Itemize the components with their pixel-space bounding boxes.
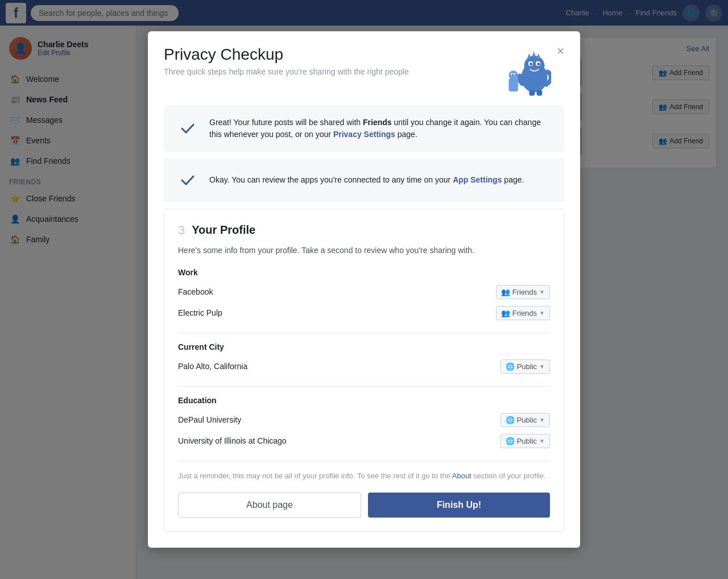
checkmark-icon-2: [177, 170, 198, 191]
modal-overlay: Privacy Checkup Three quick steps help m…: [0, 0, 728, 579]
svg-point-5: [537, 63, 540, 65]
globe-icon: 🌐: [506, 362, 515, 371]
svg-rect-17: [537, 90, 543, 96]
svg-point-4: [530, 63, 532, 65]
about-link[interactable]: About: [452, 472, 471, 480]
work-item-name: Electric Pulp: [178, 308, 222, 317]
chevron-down-icon: ▼: [539, 363, 545, 370]
city-label: Current City: [178, 342, 550, 351]
privacy-checkup-modal: Privacy Checkup Three quick steps help m…: [148, 31, 580, 548]
friends-icon: 👥: [501, 309, 510, 317]
check-section-posts: Great! Your future posts will be shared …: [164, 105, 564, 152]
divider: [178, 386, 550, 387]
about-page-button[interactable]: About page: [178, 493, 361, 518]
city-item-name: Palo Alto, California: [178, 362, 247, 371]
modal-subtitle: Three quick steps help make sure you're …: [164, 67, 494, 76]
table-row: Facebook 👥 Friends ▼: [178, 282, 550, 303]
svg-marker-6: [527, 53, 531, 57]
reminder-text: Just a reminder, this may not be all of …: [178, 470, 550, 482]
modal-close-button[interactable]: ×: [557, 45, 564, 57]
table-row: DePaul University 🌐 Public ▼: [178, 410, 550, 431]
svg-rect-10: [509, 78, 518, 92]
modal-footer: About page Finish Up!: [178, 493, 550, 518]
svg-point-1: [524, 56, 545, 76]
privacy-dropdown-depaul[interactable]: 🌐 Public ▼: [500, 413, 550, 427]
friends-icon: 👥: [501, 288, 510, 296]
svg-rect-16: [530, 90, 535, 96]
table-row: Electric Pulp 👥 Friends ▼: [178, 303, 550, 324]
step-number: 3: [178, 223, 185, 238]
finish-up-button[interactable]: Finish Up!: [368, 493, 550, 518]
profile-section-title: Your Profile: [192, 224, 255, 237]
step-header: 3 Your Profile: [178, 223, 550, 238]
city-category: Current City Palo Alto, California 🌐 Pub…: [178, 342, 550, 377]
chevron-down-icon: ▼: [539, 438, 545, 444]
modal-body: Great! Your future posts will be shared …: [148, 96, 580, 548]
privacy-settings-link[interactable]: Privacy Settings: [333, 130, 395, 139]
svg-point-14: [512, 74, 513, 75]
app-settings-link[interactable]: App Settings: [453, 175, 502, 184]
modal-header: Privacy Checkup Three quick steps help m…: [148, 31, 580, 96]
work-label: Work: [178, 268, 550, 277]
check-text-apps: Okay. You can review the apps you're con…: [209, 174, 524, 186]
modal-title-area: Privacy Checkup Three quick steps help m…: [164, 45, 494, 77]
check-text-posts: Great! Your future posts will be shared …: [209, 117, 551, 140]
divider: [178, 461, 550, 461]
chevron-down-icon: ▼: [539, 417, 545, 423]
mascot-image: [494, 45, 551, 96]
check-section-apps: Okay. You can review the apps you're con…: [164, 159, 564, 202]
checkmark-icon-1: [177, 118, 198, 139]
profile-section: 3 Your Profile Here's some info from you…: [164, 209, 564, 532]
divider: [178, 333, 550, 333]
chevron-down-icon: ▼: [539, 289, 545, 295]
svg-marker-7: [532, 51, 536, 56]
modal-title: Privacy Checkup: [164, 45, 494, 64]
chevron-down-icon: ▼: [539, 310, 545, 316]
table-row: University of Illinois at Chicago 🌐 Publ…: [178, 431, 550, 452]
work-category: Work Facebook 👥 Friends ▼ Electric Pulp …: [178, 268, 550, 324]
globe-icon: 🌐: [506, 416, 515, 424]
table-row: Palo Alto, California 🌐 Public ▼: [178, 356, 550, 377]
work-item-name: Facebook: [178, 287, 213, 296]
education-item-name: DePaul University: [178, 415, 241, 424]
privacy-dropdown-uic[interactable]: 🌐 Public ▼: [500, 434, 550, 448]
svg-point-15: [515, 74, 516, 75]
friends-bold: Friends: [363, 118, 392, 127]
privacy-dropdown-city[interactable]: 🌐 Public ▼: [500, 359, 550, 374]
privacy-dropdown-electricpulp[interactable]: 👥 Friends ▼: [496, 306, 550, 320]
profile-description: Here's some info from your profile. Take…: [178, 245, 550, 257]
svg-marker-8: [537, 53, 541, 57]
education-category: Education DePaul University 🌐 Public ▼ U…: [178, 396, 550, 452]
education-label: Education: [178, 396, 550, 405]
education-item-name: University of Illinois at Chicago: [178, 436, 287, 445]
svg-point-11: [509, 71, 518, 80]
globe-icon: 🌐: [506, 437, 515, 445]
privacy-dropdown-facebook[interactable]: 👥 Friends ▼: [496, 285, 550, 299]
